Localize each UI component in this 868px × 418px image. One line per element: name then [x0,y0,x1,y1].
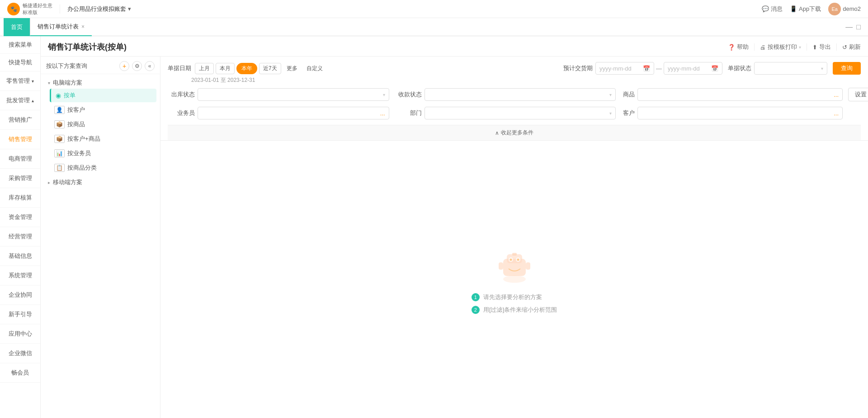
date-range-separator: — [656,65,662,72]
scheme-item-by-salesperson[interactable]: 📊 按业务员 [50,147,156,160]
page-actions: ❓ 帮助 🖨 按模板打印 ▾ ⬆ 导出 ↺ 刷新 [728,43,861,51]
right-area: 单据日期 上月 本月 本年 近7天 更多 自定义 [160,57,868,418]
export-button[interactable]: ⬆ 导出 [812,43,831,51]
sidebar-item-ecommerce[interactable]: 电商管理 [0,149,40,169]
app-selector[interactable]: 办公用品行业模拟账套 ▾ [67,5,131,13]
product-input[interactable]: ... [637,88,843,101]
sidebar-item-enterprise[interactable]: 企业协同 [0,285,40,305]
scheme-item-by-category[interactable]: 📋 按商品分类 [50,161,156,175]
tab-sales-order[interactable]: 销售订单统计表 × [30,18,92,36]
help-button[interactable]: ❓ 帮助 [728,43,749,51]
tab-sales-order-label: 销售订单统计表 [38,23,79,31]
doc-status-arrow: ▾ [821,66,823,71]
scheme-item-by-order[interactable]: ◉ 按单 [50,89,156,102]
sidebar-item-finance[interactable]: 资金管理 [0,208,40,227]
logo-line2: 标准版 [23,9,52,15]
sidebar-inventory-label: 库存核算 [9,194,32,202]
sidebar-item-sales[interactable]: 销售管理 [0,130,40,149]
sidebar-item-app-center[interactable]: 应用中心 [0,324,40,344]
sidebar-item-new-user[interactable]: 新手引导 [0,305,40,324]
sidebar-item-search[interactable]: 搜索菜单 [0,36,40,54]
setup-btn-placeholder: 设置 [848,88,861,101]
last7days-btn[interactable]: 近7天 [259,63,281,74]
empty-icon [494,245,535,286]
scheme-item-by-customer-product[interactable]: 📦 按客户+商品 [50,132,156,146]
salesperson-group: 业务员 ... [168,107,389,119]
period-buttons: 上月 本月 本年 近7天 更多 自定义 [195,63,326,74]
sidebar-item-inventory[interactable]: 库存核算 [0,188,40,208]
sidebar-item-system[interactable]: 系统管理 [0,266,40,285]
more-btn[interactable]: 更多 [283,63,301,74]
message-button[interactable]: 💬 消息 [762,5,783,13]
body-layout: 按以下方案查询 + ⚙ « ▾ [41,57,868,418]
salesperson-input[interactable]: ... [198,107,389,119]
sidebar-item-quick-nav[interactable]: 快捷导航 [0,54,40,71]
app-download-button[interactable]: 📱 App下载 [790,5,821,13]
expected-date-group: 预计交货期 yyyy-mm-dd 📅 — yyyy-mm-dd 📅 [563,62,722,75]
calendar-icon-start: 📅 [643,65,650,72]
filter-top-row: 单据日期 上月 本月 本年 近7天 更多 自定义 [168,62,861,75]
this-year-btn[interactable]: 本年 [236,63,257,74]
last-month-btn[interactable]: 上月 [195,63,214,74]
mobile-scheme-expand: ▸ [48,180,50,185]
this-month-btn[interactable]: 本月 [216,63,235,74]
scheme-list: ◉ 按单 👤 按客户 📦 按商品 📦 按客 [44,89,156,175]
department-select[interactable]: ▾ [425,107,616,119]
sidebar-item-operations[interactable]: 经营管理 [0,227,40,247]
sidebar-item-membership[interactable]: 畅会员 [0,363,40,383]
settings-scheme-button[interactable]: ⚙ [132,61,142,71]
sidebar-wholesale-label: 批发管理 [6,96,30,104]
tab-maximize-icon[interactable]: □ [856,23,861,31]
sidebar-item-marketing[interactable]: 营销推广 [0,110,40,130]
logo-text: 畅捷通好生意 标准版 [23,2,52,15]
pc-scheme-expand: ▾ [48,81,50,86]
logo-line1: 畅捷通好生意 [23,2,52,9]
collapse-panel-button[interactable]: « [145,61,155,71]
user-name: demo2 [843,5,861,12]
filter-spacer [332,62,558,75]
sidebar-item-wechat[interactable]: 企业微信 [0,344,40,363]
user-info[interactable]: Ea demo2 [828,3,861,15]
filter-row2: 出库状态 ▾ 收款状态 ▾ [168,88,861,101]
logo-area: 🐾 畅捷通好生意 标准版 [7,2,52,15]
department-arrow: ▾ [609,111,612,116]
sidebar-item-basic[interactable]: 基础信息 [0,247,40,266]
sidebar-retail-arrow: ▾ [32,79,34,84]
collapse-conditions-btn[interactable]: ∧ 收起更多条件 [168,125,861,140]
sidebar-wholesale-arrow: ▴ [32,98,34,103]
setup-button[interactable]: 设置 [848,88,868,101]
delivery-status-arrow: ▾ [383,92,385,97]
payment-status-select[interactable]: ▾ [425,88,616,101]
scheme-item-by-product[interactable]: 📦 按商品 [50,118,156,131]
sidebar-membership-label: 畅会员 [11,369,29,377]
product-dots: ... [834,91,839,98]
tip-text-1: 请先选择要分析的方案 [483,293,542,301]
settings-icon: ⚙ [135,63,140,69]
sidebar-search-label: 搜索菜单 [9,41,32,48]
sidebar-ecommerce-label: 电商管理 [9,155,32,163]
customer-input[interactable]: ... [637,107,843,119]
scheme-by-order-icon: ◉ [56,92,61,99]
add-scheme-button[interactable]: + [119,61,129,71]
expected-date-start[interactable]: yyyy-mm-dd 📅 [595,62,654,75]
tab-close-icon[interactable]: × [81,24,85,30]
sidebar-item-purchase[interactable]: 采购管理 [0,169,40,188]
custom-btn[interactable]: 自定义 [303,63,326,74]
doc-status-select[interactable]: ▾ [754,62,827,75]
delivery-status-select[interactable]: ▾ [198,88,389,101]
pc-scheme-label: 电脑端方案 [53,79,82,87]
sidebar-item-retail[interactable]: 零售管理 ▾ [0,71,40,91]
sidebar: 搜索菜单 快捷导航 零售管理 ▾ 批发管理 ▴ 营销推广 销售管理 电商管理 采… [0,36,41,418]
sidebar-item-wholesale[interactable]: 批发管理 ▴ [0,91,40,110]
expected-date-end[interactable]: yyyy-mm-dd 📅 [664,62,722,75]
svg-point-0 [503,276,526,283]
tab-home[interactable]: 首页 [4,18,30,36]
refresh-button[interactable]: ↺ 刷新 [842,43,861,51]
query-button[interactable]: 查询 [833,62,861,75]
product-label: 商品 [621,90,635,99]
scheme-item-by-customer[interactable]: 👤 按客户 [50,103,156,117]
svg-rect-9 [526,262,530,270]
empty-tips: 1 请先选择要分析的方案 2 用[过滤]条件来缩小分析范围 [472,293,557,314]
template-print-button[interactable]: 🖨 按模板打印 ▾ [760,43,801,51]
tab-minimize-icon[interactable]: — [845,23,853,31]
